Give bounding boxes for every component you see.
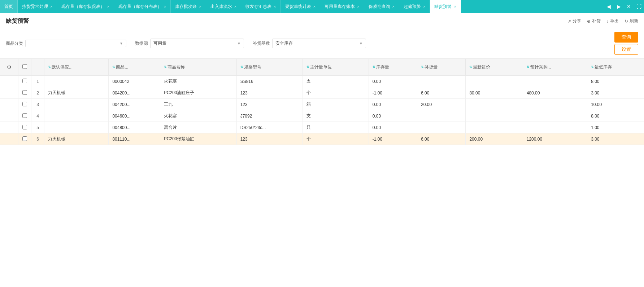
th-estimated-purchase[interactable]: ⇅ 预计采购... (523, 59, 587, 76)
row-product-code: 004200... (109, 87, 160, 99)
table-row[interactable]: 6 力天机械 801110... PC200张紧油缸 123 个 -1.00 6… (0, 133, 644, 145)
table-body: 1 0000042 火花塞 SS816 支 0.00 8.00 2 力天机械 0… (0, 76, 644, 145)
tab-inventory-status[interactable]: 现存量（库存状况表） × (57, 0, 114, 13)
export-button[interactable]: ↓ 导出 (606, 18, 619, 24)
tab-overstock-warning[interactable]: 超储预警 × (399, 0, 430, 13)
table-row[interactable]: 2 力天机械 004200... PC200油缸庄子 123 个 -1.00 6… (0, 87, 644, 99)
tab-close-receive-summary[interactable]: × (274, 4, 276, 9)
row-checkbox-cell[interactable] (18, 99, 31, 110)
th-min-stock[interactable]: ⇅ 最低库存 (587, 59, 644, 76)
tab-prev-button[interactable]: ◀ (604, 0, 614, 13)
row-num: 4 (31, 110, 44, 122)
tab-fullscreen-button[interactable]: ⛶ (634, 0, 644, 13)
select-all-checkbox[interactable] (22, 64, 27, 69)
tab-inventory-dist[interactable]: 现存量（库存分布表） × (114, 0, 171, 13)
row-spec: SS816 (236, 76, 303, 87)
row-checkbox[interactable] (22, 102, 27, 106)
tab-receive-summary[interactable]: 收发存汇总表 × (241, 0, 280, 13)
tab-inout-flow[interactable]: 出入库流水 × (206, 0, 241, 13)
table-row[interactable]: 1 0000042 火花塞 SS816 支 0.00 8.00 (0, 76, 644, 87)
sort-icon-restock: ⇅ (421, 65, 424, 69)
sort-icon-name: ⇅ (164, 65, 167, 69)
row-restock-qty: 20.00 (417, 99, 466, 110)
row-latest-price (466, 110, 523, 122)
column-settings-icon[interactable]: ⚙ (4, 62, 14, 72)
tab-expiry-query[interactable]: 保质期查询 × (364, 0, 399, 13)
tab-close-all-button[interactable]: ✕ (624, 0, 634, 13)
row-stock-qty: -1.00 (369, 133, 417, 145)
row-checkbox[interactable] (22, 113, 27, 118)
row-checkbox-cell[interactable] (18, 76, 31, 87)
tab-batch-account[interactable]: 库存批次账 × (171, 0, 206, 13)
th-product-name[interactable]: ⇅ 商品名称 (160, 59, 236, 76)
category-filter: 商品分类 ▼ (6, 40, 126, 47)
row-spec: 123 (236, 99, 303, 110)
th-spec[interactable]: ⇅ 规格型号 (236, 59, 303, 76)
row-settings-cell (0, 99, 18, 110)
row-unit: 只 (303, 122, 369, 133)
tab-close-demand-stats[interactable]: × (313, 4, 316, 9)
table-row[interactable]: 4 004600... 火花塞 J7092 支 0.00 8.00 (0, 110, 644, 122)
tab-close-inout-flow[interactable]: × (234, 4, 236, 9)
row-restock-qty (417, 110, 466, 122)
tab-close-expiry-query[interactable]: × (392, 4, 395, 9)
category-select[interactable]: ▼ (25, 40, 126, 47)
table-row[interactable]: 5 004800... 离合片 DS250*23c... 只 0.00 1.00 (0, 122, 644, 133)
filter-row: 商品分类 ▼ 数据源 可用量 ▼ 补货基数 安全库存 ▼ 查询 设置 (0, 28, 644, 58)
filter-buttons: 查询 设置 (614, 32, 638, 55)
tab-close-abnormal[interactable]: × (50, 4, 52, 9)
row-unit: 支 (303, 76, 369, 87)
restock-button[interactable]: ⊕ 补货 (587, 18, 601, 24)
sort-icon-unit: ⇅ (306, 65, 309, 69)
datasource-label: 数据源 (135, 40, 148, 47)
th-stock-qty[interactable]: ⇅ 库存量 (369, 59, 417, 76)
row-checkbox[interactable] (22, 136, 27, 141)
row-restock-qty (417, 122, 466, 133)
row-estimated-purchase (523, 122, 587, 133)
th-latest-price[interactable]: ⇅ 最新进价 (466, 59, 523, 76)
row-supplier (44, 122, 109, 133)
th-restock-qty[interactable]: ⇅ 补货量 (417, 59, 466, 76)
tab-abnormal[interactable]: 拣货异常处理 × (18, 0, 57, 13)
table-container: ⚙ ⇅ 默认供应... ⇅ 商 (0, 58, 644, 145)
restock-base-select[interactable]: 安全库存 ▼ (272, 39, 366, 48)
share-button[interactable]: ↗ 分享 (567, 18, 581, 24)
row-checkbox-cell[interactable] (18, 122, 31, 133)
tab-close-overstock-warning[interactable]: × (423, 4, 425, 9)
tab-home[interactable]: 首页 (0, 0, 18, 13)
th-unit[interactable]: ⇅ 主计量单位 (303, 59, 369, 76)
datasource-select[interactable]: 可用量 ▼ (150, 39, 244, 48)
settings-button[interactable]: 设置 (614, 44, 638, 55)
tab-demand-stats[interactable]: 要货单统计表 × (281, 0, 320, 13)
tab-close-batch-account[interactable]: × (199, 4, 201, 9)
row-min-stock: 8.00 (587, 110, 644, 122)
row-supplier (44, 110, 109, 122)
tab-close-inventory-status[interactable]: × (107, 4, 109, 9)
th-product-code[interactable]: ⇅ 商品... (109, 59, 160, 76)
row-spec: 123 (236, 87, 303, 99)
row-checkbox-cell[interactable] (18, 87, 31, 99)
row-estimated-purchase: 1200.00 (523, 133, 587, 145)
row-supplier (44, 76, 109, 87)
row-stock-qty: 0.00 (369, 122, 417, 133)
tab-available-ledger[interactable]: 可用量库存账本 × (320, 0, 364, 13)
refresh-button[interactable]: ↻ 刷新 (625, 18, 638, 24)
table-row[interactable]: 3 004200... 三九 123 箱 0.00 20.00 10.00 (0, 99, 644, 110)
tab-next-button[interactable]: ▶ (614, 0, 624, 13)
row-spec: J7092 (236, 110, 303, 122)
tab-shortage-warning[interactable]: 缺货预警 × (430, 0, 461, 13)
query-button[interactable]: 查询 (614, 32, 638, 43)
row-min-stock: 8.00 (587, 76, 644, 87)
row-unit: 个 (303, 87, 369, 99)
row-checkbox[interactable] (22, 125, 27, 129)
row-latest-price (466, 122, 523, 133)
tab-close-inventory-dist[interactable]: × (164, 4, 166, 9)
tab-close-shortage-warning[interactable]: × (454, 4, 456, 9)
row-checkbox[interactable] (22, 79, 27, 83)
row-checkbox-cell[interactable] (18, 133, 31, 145)
th-settings[interactable]: ⚙ (0, 59, 18, 76)
row-checkbox[interactable] (22, 90, 27, 95)
tab-close-available-ledger[interactable]: × (357, 4, 359, 9)
row-checkbox-cell[interactable] (18, 110, 31, 122)
th-default-supplier[interactable]: ⇅ 默认供应... (44, 59, 109, 76)
